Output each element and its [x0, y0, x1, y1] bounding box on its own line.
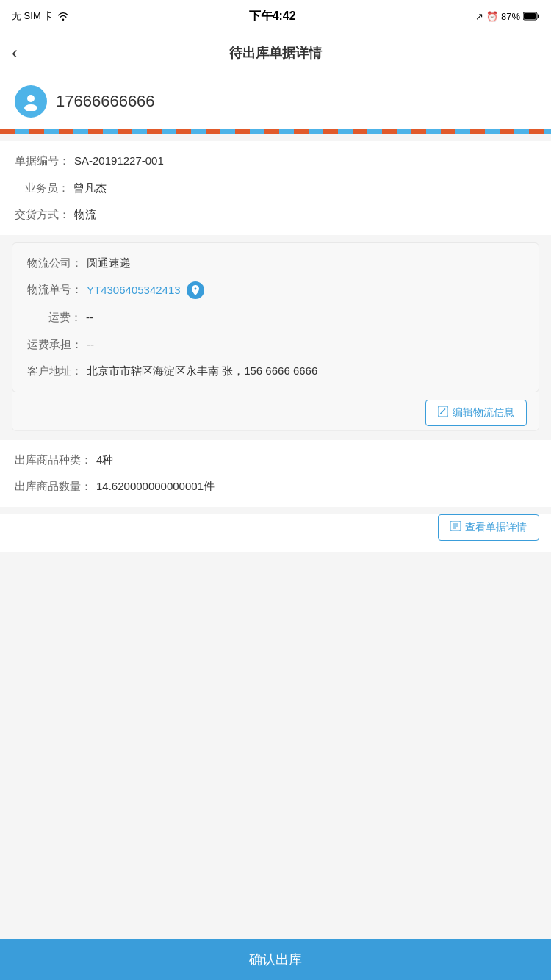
view-detail-button[interactable]: 查看单据详情 — [438, 514, 539, 541]
tracking-number-text: YT4306405342413 — [87, 282, 181, 299]
delivery-method-value: 物流 — [74, 206, 536, 223]
status-time: 下午4:42 — [249, 9, 296, 24]
doc-number-value: SA-20191227-001 — [74, 153, 536, 170]
address-value: 北京市市辖区海淀区永丰南 张，156 6666 6666 — [87, 363, 524, 380]
avatar — [15, 85, 47, 118]
item-quantity-label: 出库商品数量： — [15, 478, 96, 495]
svg-rect-1 — [524, 13, 536, 19]
logistics-company-value: 圆通速递 — [87, 255, 524, 272]
main-content: 17666666666 单据编号： SA-20191227-001 业务员： 曾… — [0, 73, 551, 907]
delivery-method-row: 交货方式： 物流 — [15, 206, 536, 223]
sales-person-label: 业务员： — [15, 180, 73, 197]
battery-icon — [523, 12, 539, 21]
freight-bearer-label: 运费承担： — [27, 336, 87, 353]
sales-person-value: 曾凡杰 — [73, 180, 536, 197]
item-quantity-row: 出库商品数量： 14.620000000000001件 — [15, 478, 536, 495]
freight-label: 运费： — [27, 309, 86, 326]
edit-logistics-button[interactable]: 编辑物流信息 — [425, 400, 527, 426]
alarm-icon: ⏰ — [486, 11, 498, 22]
user-header: 17666666666 — [0, 73, 551, 129]
address-row: 客户地址： 北京市市辖区海淀区永丰南 张，156 6666 6666 — [27, 363, 524, 380]
doc-number-row: 单据编号： SA-20191227-001 — [15, 153, 536, 170]
logistics-card: 物流公司： 圆通速递 物流单号： YT4306405342413 运费： -- … — [12, 242, 539, 392]
delivery-method-label: 交货方式： — [15, 206, 74, 223]
location-icon: ↗ — [475, 11, 483, 22]
back-button[interactable]: ‹ — [12, 43, 18, 63]
tracking-number-row: 物流单号： YT4306405342413 — [27, 281, 524, 299]
logistics-company-label: 物流公司： — [27, 255, 87, 272]
status-right: ↗ ⏰ 87% — [475, 11, 539, 22]
item-types-row: 出库商品种类： 4种 — [15, 452, 536, 469]
svg-rect-2 — [538, 15, 539, 18]
item-types-label: 出库商品种类： — [15, 452, 96, 469]
item-quantity-value: 14.620000000000001件 — [96, 478, 536, 495]
doc-number-label: 单据编号： — [15, 153, 74, 170]
confirm-button[interactable]: 确认出库 — [0, 939, 551, 980]
freight-row: 运费： -- — [27, 309, 524, 326]
nav-bar: ‹ 待出库单据详情 — [0, 32, 551, 73]
user-phone: 17666666666 — [56, 92, 155, 111]
edit-logistics-row: 编辑物流信息 — [12, 392, 539, 431]
freight-bearer-row: 运费承担： -- — [27, 336, 524, 353]
view-detail-row: 查看单据详情 — [0, 514, 551, 552]
view-detail-icon — [450, 521, 461, 533]
address-label: 客户地址： — [27, 363, 87, 380]
basic-info-section: 单据编号： SA-20191227-001 业务员： 曾凡杰 交货方式： 物流 — [0, 141, 551, 235]
confirm-button-label: 确认出库 — [249, 952, 302, 967]
edit-logistics-label: 编辑物流信息 — [453, 406, 514, 419]
edit-icon — [438, 406, 448, 419]
location-pin-button[interactable] — [187, 281, 204, 299]
status-left: 无 SIM 卡 — [12, 10, 69, 23]
item-types-value: 4种 — [96, 452, 536, 469]
svg-point-4 — [24, 104, 37, 111]
logistics-company-row: 物流公司： 圆通速递 — [27, 255, 524, 272]
page-title: 待出库单据详情 — [229, 44, 322, 62]
view-detail-label: 查看单据详情 — [465, 521, 527, 534]
carrier-text: 无 SIM 卡 — [12, 10, 53, 23]
status-bar: 无 SIM 卡 下午4:42 ↗ ⏰ 87% — [0, 0, 551, 32]
sales-person-row: 业务员： 曾凡杰 — [15, 180, 536, 197]
battery-text: 87% — [501, 11, 520, 22]
summary-section: 出库商品种类： 4种 出库商品数量： 14.620000000000001件 — [0, 440, 551, 507]
svg-point-3 — [27, 95, 35, 102]
tracking-number-label: 物流单号： — [27, 281, 87, 298]
wifi-icon — [57, 12, 69, 21]
dashed-separator — [0, 129, 551, 134]
freight-value: -- — [86, 309, 524, 326]
tracking-number-value-wrap: YT4306405342413 — [87, 281, 524, 299]
freight-bearer-value: -- — [87, 336, 524, 353]
